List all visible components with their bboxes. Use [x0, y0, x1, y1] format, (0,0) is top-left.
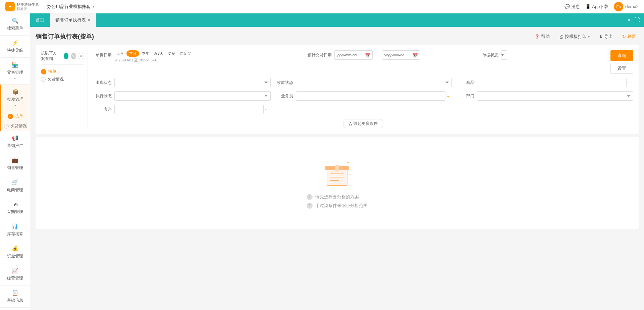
sidebar-item-quick-nav[interactable]: ⚡ 快捷导航 [0, 36, 30, 58]
sidebar-item-basic[interactable]: 📋 基础信息 [0, 286, 30, 308]
sidebar-item-sales-mgmt[interactable]: 💼 销售管理 [0, 153, 30, 175]
sidebar-sub-receipt[interactable]: ✓ 按单 [1, 111, 30, 121]
quick-nav-icon: ⚡ [12, 40, 18, 46]
sidebar-item-search[interactable]: 🔍 搜索菜单 [0, 13, 30, 36]
wholesale-icon: 📦 [12, 89, 19, 95]
date-separator: — [375, 53, 379, 57]
download-icon: 📱 [585, 4, 591, 9]
breadcrumb-arrow-icon: ▼ [92, 5, 95, 8]
payment-status-select[interactable] [296, 78, 452, 87]
payment-status-control [296, 78, 452, 87]
date-tab-custom[interactable]: 自定义 [178, 50, 193, 57]
query-buttons: 查询 设置 [610, 50, 633, 74]
search-icon: 🔍 [12, 17, 18, 24]
empty-state: ✦ ✦ ✦ 1 请先选择要分析的方案 2 用过滤条件来缩小分析范围 [36, 137, 639, 229]
collapse-button[interactable]: ⋀ 收起更多条件 [343, 119, 383, 128]
filter-content: 单据日期 上月 本月 本年 近7天 更多 自定义 [88, 50, 633, 129]
sidebar-sub-debt[interactable]: ○ 欠货情况 [1, 121, 30, 131]
message-button[interactable]: 💬 消息 [565, 4, 580, 10]
retail-icon: 🏪 [12, 62, 18, 68]
goods-item: 商品 ··· [456, 78, 633, 87]
empty-illustration: ✦ ✦ ✦ [320, 157, 354, 187]
collapse-row: ⋀ 收起更多条件 [93, 117, 633, 129]
logo-area: ✦ 畅捷通好生意 标准版 [5, 2, 39, 11]
sidebar-item-marketing[interactable]: 📢 营销推广 [0, 131, 30, 153]
customer-label: 客户 [93, 107, 112, 112]
calendar-end-icon[interactable]: 📅 [413, 53, 418, 58]
salesperson-input[interactable] [296, 91, 445, 101]
sidebar-item-operation[interactable]: 📈 经营管理 [0, 263, 30, 286]
date-tab-last-month[interactable]: 上月 [114, 50, 126, 57]
delivery-status-select[interactable] [114, 78, 271, 87]
add-scheme-button[interactable]: + [64, 53, 68, 59]
customer-more-button[interactable]: ··· [264, 107, 270, 112]
expected-date-end[interactable]: 📅 [382, 50, 420, 60]
collapse-scheme-button[interactable]: « [78, 53, 84, 59]
tab-home[interactable]: 首页 [30, 13, 50, 27]
exec-status-label: 执行状态 [93, 93, 112, 99]
message-icon: 💬 [565, 4, 570, 9]
calendar-start-icon[interactable]: 📅 [365, 53, 370, 58]
help-button[interactable]: ❓ 帮助 [532, 32, 552, 41]
payment-status-label: 收款状态 [275, 80, 293, 86]
edit-scheme-button[interactable]: ✎ [71, 53, 76, 59]
goods-label: 商品 [456, 80, 474, 86]
dept-select[interactable] [477, 91, 633, 101]
date-tab-this-year[interactable]: 本年 [140, 50, 151, 57]
date-tab-more[interactable]: 更多 [166, 50, 177, 57]
delivery-status-label: 出库状态 [93, 80, 112, 86]
salesperson-control: ··· [296, 91, 452, 101]
page-title: 销售订单执行表(按单) [36, 33, 94, 41]
breadcrumb[interactable]: 办公用品行业模拟账套 ▼ [47, 4, 95, 10]
sidebar-item-purchase[interactable]: 🛍 采购管理 [0, 197, 30, 219]
settings-button[interactable]: 设置 [610, 63, 633, 74]
goods-control: ··· [477, 78, 633, 87]
refresh-button[interactable]: ↻ 刷新 [620, 32, 639, 41]
header-left: ✦ 畅捷通好生意 标准版 办公用品行业模拟账套 ▼ [5, 2, 95, 11]
tab-fullscreen-button[interactable]: ⛶ [635, 17, 640, 23]
delivery-status-control [114, 78, 271, 87]
sidebar-item-system[interactable]: ⚙ 系统管理 [0, 308, 30, 310]
sidebar-item-ecommerce[interactable]: 🛒 电商管理 [0, 175, 30, 197]
scheme-debt[interactable]: ○ 欠货情况 [41, 74, 84, 84]
sidebar-item-retail[interactable]: 🏪 零售管理 ▾ [0, 58, 30, 85]
sidebar-item-finance[interactable]: 💰 资金管理 [0, 241, 30, 263]
goods-input[interactable] [477, 78, 627, 87]
sidebar-item-inventory[interactable]: 📊 库存核算 [0, 219, 30, 241]
scheme-receipt[interactable]: ✓ 按单 [41, 69, 84, 74]
export-button[interactable]: ⬇ 导出 [596, 32, 615, 41]
date-tab-this-month[interactable]: 本月 [126, 50, 139, 57]
scheme-debt-dot: ○ [41, 77, 46, 82]
status-label: 单据状态 [480, 52, 498, 58]
page-actions: ❓ 帮助 🖨 按模板打印 ▾ ⬇ 导出 ↻ 刷新 [532, 32, 639, 41]
goods-more-button[interactable]: ··· [627, 80, 633, 85]
empty-hints: 1 请先选择要分析的方案 2 用过滤条件来缩小分析范围 [307, 194, 368, 209]
svg-text:✦: ✦ [346, 161, 349, 164]
expected-date-start-input[interactable] [337, 53, 364, 57]
tab-sales-order[interactable]: 销售订单执行表 × [50, 13, 96, 27]
export-icon: ⬇ [599, 34, 603, 39]
app-download-button[interactable]: 📱 App下载 [585, 4, 608, 10]
date-tab-7days[interactable]: 近7天 [152, 50, 165, 57]
expected-date-start[interactable]: 📅 [334, 50, 373, 60]
query-button[interactable]: 查询 [610, 50, 633, 61]
wholesale-arrow-icon: ▴ [15, 103, 16, 107]
svg-text:✦: ✦ [324, 170, 326, 173]
avatar: Ea [614, 2, 623, 11]
date-tabs: 上月 本月 本年 近7天 更多 自定义 [114, 50, 193, 57]
retail-arrow-icon: ▾ [14, 76, 16, 80]
user-menu[interactable]: Ea demo2 [614, 2, 639, 11]
sidebar-item-wholesale[interactable]: 📦 批发管理 ▴ [0, 85, 30, 111]
tab-bar: 首页 销售订单执行表 × × ⛶ [30, 13, 644, 27]
tab-close-all-button[interactable]: × [628, 17, 631, 23]
tab-close-button[interactable]: × [88, 18, 90, 22]
status-select[interactable] [501, 50, 507, 60]
salesperson-more-button[interactable]: ··· [445, 93, 452, 99]
expected-date-end-input[interactable] [384, 53, 411, 57]
marketing-icon: 📢 [12, 135, 18, 141]
date-range-display: 2023-03-01 至 2023-03-31 [114, 58, 195, 63]
exec-status-item: 执行状态 [93, 91, 271, 101]
customer-input[interactable] [114, 105, 264, 114]
exec-status-select[interactable] [114, 91, 271, 101]
print-button[interactable]: 🖨 按模板打印 ▾ [556, 32, 592, 41]
